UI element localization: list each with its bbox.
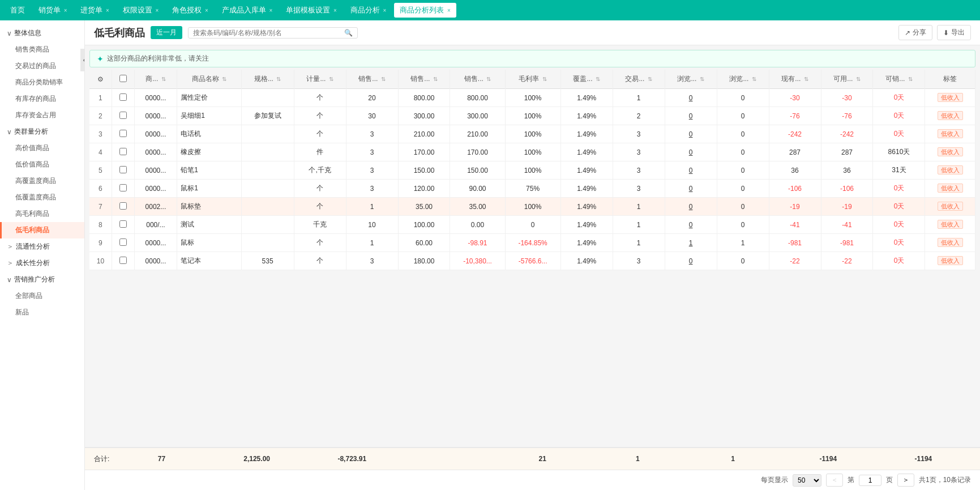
cell-view1[interactable]: 0: [665, 89, 717, 107]
col-name[interactable]: 商品名称 ⇅: [177, 70, 241, 89]
cell-name[interactable]: 电话机: [177, 125, 241, 143]
col-spec[interactable]: 规格... ⇅: [241, 70, 294, 89]
col-coverage[interactable]: 覆盖... ⇅: [560, 70, 613, 89]
close-icon[interactable]: ×: [64, 7, 67, 14]
row-checkbox[interactable]: [119, 130, 127, 137]
col-sales-amount[interactable]: 销售... ⇅: [450, 70, 505, 89]
sidebar-item-traded-goods[interactable]: 交易过的商品: [0, 58, 84, 74]
select-all-checkbox[interactable]: [119, 75, 127, 82]
nav-item-products[interactable]: 产成品入库单 ×: [216, 3, 278, 18]
nav-item-analysis[interactable]: 商品分析 ×: [345, 3, 392, 18]
cell-name[interactable]: 铅笔1: [177, 161, 241, 180]
row-checkbox[interactable]: [119, 184, 127, 191]
cell-checkbox[interactable]: [112, 107, 134, 125]
cell-checkbox[interactable]: [112, 143, 134, 161]
row-checkbox[interactable]: [119, 220, 127, 228]
nav-item-permissions[interactable]: 权限设置 ×: [117, 3, 164, 18]
nav-item-templates[interactable]: 单据模板设置 ×: [280, 3, 342, 18]
cell-name[interactable]: 鼠标: [177, 234, 241, 252]
close-icon[interactable]: ×: [269, 7, 273, 14]
close-icon[interactable]: ×: [156, 7, 159, 14]
col-sales-price[interactable]: 销售... ⇅: [398, 70, 450, 89]
share-button[interactable]: ↗ 分享: [898, 25, 932, 40]
row-checkbox[interactable]: [119, 148, 127, 155]
cell-checkbox[interactable]: [112, 216, 134, 234]
sidebar-item-low-margin[interactable]: 低毛利商品: [0, 222, 84, 238]
cell-view1[interactable]: 0: [665, 107, 717, 125]
cell-name[interactable]: 鼠标垫: [177, 198, 241, 216]
cell-name[interactable]: 吴细细1: [177, 107, 241, 125]
cell-checkbox[interactable]: [112, 125, 134, 143]
col-checkbox[interactable]: [112, 70, 134, 89]
prev-page-button[interactable]: ＜: [826, 474, 843, 487]
cell-view1[interactable]: 1: [665, 234, 717, 252]
sidebar-item-high-coverage[interactable]: 高覆盖度商品: [0, 173, 84, 189]
sidebar-item-capital-usage[interactable]: 库存资金占用: [0, 107, 84, 123]
col-unit[interactable]: 计量... ⇅: [294, 70, 346, 89]
close-icon[interactable]: ×: [447, 7, 451, 14]
sidebar-item-category-assist[interactable]: 商品分类助销率: [0, 74, 84, 91]
cell-checkbox[interactable]: [112, 89, 134, 107]
cell-checkbox[interactable]: [112, 234, 134, 252]
sidebar-group-circulation[interactable]: ＞ 流通性分析: [0, 238, 84, 255]
sidebar-item-high-margin[interactable]: 高毛利商品: [0, 206, 84, 222]
row-checkbox[interactable]: [119, 238, 127, 246]
nav-item-analysis-list[interactable]: 商品分析列表 ×: [394, 3, 456, 18]
search-icon[interactable]: 🔍: [344, 29, 353, 37]
cell-name[interactable]: 橡皮擦: [177, 143, 241, 161]
sidebar-item-new-goods[interactable]: 新品: [0, 304, 84, 321]
date-filter-button[interactable]: 近一月: [151, 26, 182, 39]
col-sellable[interactable]: 可销... ⇅: [873, 70, 925, 89]
cell-name[interactable]: 测试: [177, 216, 241, 234]
cell-view1[interactable]: 0: [665, 198, 717, 216]
col-trade[interactable]: 交易... ⇅: [613, 70, 665, 89]
cell-name[interactable]: 鼠标1: [177, 180, 241, 198]
sidebar-item-high-value[interactable]: 高价值商品: [0, 140, 84, 156]
page-size-select[interactable]: 50 100 200: [793, 474, 821, 487]
sidebar-item-low-coverage[interactable]: 低覆盖度商品: [0, 189, 84, 206]
sidebar-item-all-goods[interactable]: 全部商品: [0, 288, 84, 304]
col-available[interactable]: 可用... ⇅: [821, 70, 873, 89]
col-settings[interactable]: ⚙: [89, 70, 112, 89]
cell-name[interactable]: 笔记本: [177, 252, 241, 270]
col-gross-rate[interactable]: 毛利率 ⇅: [505, 70, 560, 89]
close-icon[interactable]: ×: [205, 7, 208, 14]
sidebar-item-low-value[interactable]: 低价值商品: [0, 156, 84, 173]
close-icon[interactable]: ×: [333, 7, 337, 14]
next-page-button[interactable]: ＞: [897, 474, 914, 487]
row-checkbox[interactable]: [119, 257, 127, 264]
sidebar-group-growth[interactable]: ＞ 成长性分析: [0, 255, 84, 271]
cell-view1[interactable]: 0: [665, 180, 717, 198]
col-view2[interactable]: 浏览... ⇅: [717, 70, 769, 89]
cell-checkbox[interactable]: [112, 180, 134, 198]
col-tag[interactable]: 标签: [925, 70, 975, 89]
row-checkbox[interactable]: [119, 112, 127, 119]
cell-view1[interactable]: 0: [665, 252, 717, 270]
export-button[interactable]: ⬇ 导出: [937, 25, 971, 40]
nav-item-home[interactable]: 首页: [5, 3, 31, 18]
cell-view1[interactable]: 0: [665, 143, 717, 161]
search-input[interactable]: [193, 29, 344, 37]
row-checkbox[interactable]: [119, 93, 127, 101]
cell-checkbox[interactable]: [112, 198, 134, 216]
page-number-input[interactable]: [859, 475, 881, 486]
sidebar-group-overall[interactable]: ∨ 整体信息: [0, 25, 84, 41]
col-view1[interactable]: 浏览... ⇅: [665, 70, 717, 89]
nav-item-purchase[interactable]: 进货单 ×: [75, 3, 114, 18]
cell-name[interactable]: 属性定价: [177, 89, 241, 107]
col-current[interactable]: 现有... ⇅: [769, 70, 821, 89]
cell-checkbox[interactable]: [112, 252, 134, 270]
sidebar-collapse-button[interactable]: «: [80, 49, 85, 71]
cell-view1[interactable]: 0: [665, 161, 717, 180]
col-code[interactable]: 商... ⇅: [134, 70, 177, 89]
row-checkbox[interactable]: [119, 166, 127, 173]
cell-view1[interactable]: 0: [665, 125, 717, 143]
sidebar-group-cluster[interactable]: ∨ 类群量分析: [0, 123, 84, 140]
close-icon[interactable]: ×: [106, 7, 109, 14]
cell-checkbox[interactable]: [112, 161, 134, 180]
row-checkbox[interactable]: [119, 202, 127, 210]
nav-item-roles[interactable]: 角色授权 ×: [166, 3, 213, 18]
sidebar-group-marketing[interactable]: ∨ 营销推广分析: [0, 271, 84, 288]
close-icon[interactable]: ×: [383, 7, 386, 14]
cell-view1[interactable]: 0: [665, 216, 717, 234]
